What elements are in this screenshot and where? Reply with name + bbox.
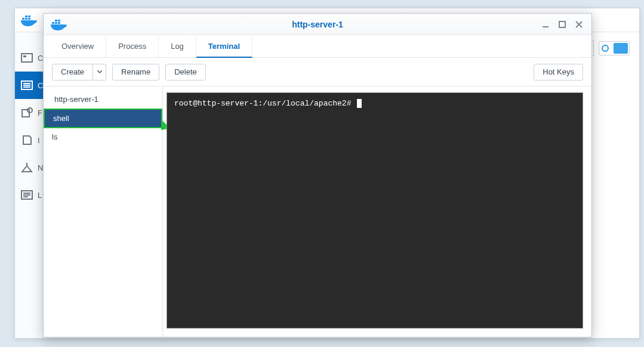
svg-rect-19	[55, 22, 57, 24]
terminal-pane: root@http-server-1:/usr/local/apache2#	[163, 86, 591, 337]
terminal-toolbar: Create Rename Delete Hot Keys	[44, 58, 591, 86]
terminal-session-list: http-server-1 shell ls	[44, 86, 163, 337]
running-toggle[interactable]	[599, 41, 630, 55]
list-icon	[21, 79, 33, 91]
svg-rect-1	[25, 18, 27, 20]
rename-button[interactable]: Rename	[112, 64, 159, 80]
create-button[interactable]: Create	[52, 64, 93, 80]
circle-icon	[602, 45, 609, 52]
svg-rect-22	[58, 20, 60, 21]
create-dropdown-button[interactable]	[93, 64, 106, 80]
svg-rect-6	[23, 55, 26, 57]
card-icon	[21, 52, 33, 64]
minimize-button[interactable]	[541, 20, 550, 29]
terminal-output[interactable]: root@http-server-1:/usr/local/apache2#	[167, 92, 583, 329]
registry-icon	[21, 107, 33, 119]
delete-button[interactable]: Delete	[165, 64, 206, 80]
terminal-prompt: root@http-server-1:/usr/local/apache2#	[174, 99, 356, 108]
tab-overview[interactable]: Overview	[50, 35, 106, 57]
hotkeys-button[interactable]: Hot Keys	[534, 64, 583, 80]
svg-rect-18	[52, 22, 54, 24]
docker-whale-icon	[21, 14, 38, 26]
create-split-button: Create	[52, 64, 106, 80]
session-root[interactable]: http-server-1	[52, 90, 154, 109]
svg-rect-24	[559, 21, 565, 27]
tab-terminal[interactable]: Terminal	[196, 35, 252, 58]
svg-rect-0	[22, 18, 24, 20]
chevron-down-icon	[97, 70, 102, 73]
maximize-button[interactable]	[558, 20, 566, 29]
session-item-ls[interactable]: ls	[44, 128, 162, 145]
modal-titlebar[interactable]: http-server-1	[44, 14, 591, 35]
terminal-cursor-icon	[357, 99, 362, 108]
svg-rect-20	[58, 22, 60, 24]
tab-log[interactable]: Log	[159, 35, 196, 57]
close-button[interactable]	[575, 20, 583, 29]
modal-tabs: Overview Process Log Terminal	[44, 35, 591, 58]
network-icon	[21, 162, 33, 174]
modal-title: http-server-1	[292, 20, 343, 29]
svg-rect-11	[22, 110, 29, 117]
image-icon	[21, 134, 33, 146]
svg-rect-3	[25, 16, 27, 17]
container-detail-modal: http-server-1 Overview Process Log Termi…	[43, 13, 592, 337]
svg-rect-4	[28, 16, 30, 17]
svg-rect-21	[55, 20, 57, 21]
log-icon	[21, 189, 33, 201]
svg-rect-2	[28, 18, 30, 20]
svg-rect-5	[21, 54, 32, 62]
tab-process[interactable]: Process	[106, 35, 159, 57]
docker-whale-icon	[51, 18, 67, 30]
session-item-shell[interactable]: shell	[44, 109, 162, 128]
